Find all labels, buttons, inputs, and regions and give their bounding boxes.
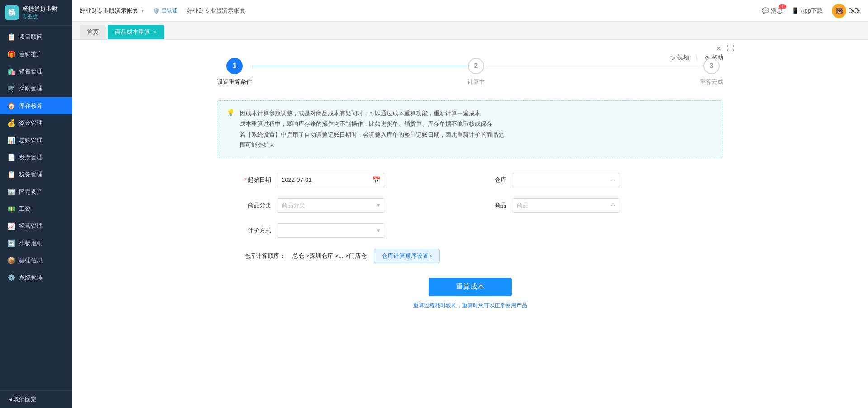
tabbar: 首页商品成本重算✕ xyxy=(72,22,868,40)
category-select[interactable]: 商品分类 ▾ xyxy=(277,198,385,213)
start-date-input[interactable]: 2022-07-01 📅 xyxy=(277,173,385,187)
warehouse-order-value: 总仓->深圳仓库->...->门店仓 xyxy=(292,252,367,260)
sidebar-item-xiangmu[interactable]: 📋项目顾问 xyxy=(0,28,72,46)
sidebar-item-label: 税务管理 xyxy=(19,171,42,179)
jichu-icon: 📦 xyxy=(7,256,15,265)
sidebar-item-label: 发票管理 xyxy=(19,153,42,161)
info-icon: 💡 xyxy=(226,109,235,117)
xiaochangbaoxiao-icon: 🔄 xyxy=(7,239,15,247)
goods-input[interactable]: 商品 ··· xyxy=(512,198,620,213)
form-row-1: *起始日期 2022-07-01 📅 仓库 ··· xyxy=(244,173,696,187)
topbar-actions: 💬 消息 1 📱 App下载 🐻 珠珠 xyxy=(762,4,861,18)
chevron-down-icon: ▾ xyxy=(377,202,380,209)
sidebar-item-xitong[interactable]: ⚙️系统管理 xyxy=(0,269,72,286)
submit-area: 重算成本 重算过程耗时较长，重算时您可以正常使用产品 xyxy=(217,278,723,309)
sidebar-item-yingxiao[interactable]: 🎁营销推广 xyxy=(0,46,72,63)
sidebar-item-jichu[interactable]: 📦基础信息 xyxy=(0,252,72,269)
gudingzichan-icon: 🏢 xyxy=(7,188,15,196)
step-3: 3重算完成 xyxy=(700,58,723,86)
sidebar-item-label: 小畅报销 xyxy=(19,239,42,247)
message-icon: 💬 xyxy=(762,7,769,14)
step-connector-1 xyxy=(252,66,467,66)
info-text: 因成本计算参数调整，或是对商品成本有疑问时，可以通过成本重算功能，重新计算一遍成… xyxy=(240,108,504,151)
tab-label-home: 首页 xyxy=(87,28,99,36)
category-placeholder: 商品分类 xyxy=(282,201,305,209)
yingxiao-icon: 🎁 xyxy=(7,50,15,58)
shuiwu-icon: 📋 xyxy=(7,171,15,179)
shield-icon: 🛡️ xyxy=(153,8,160,14)
sidebar-item-xiaoshou[interactable]: 🛍️销售管理 xyxy=(0,63,72,80)
sidebar-item-label: 固定资产 xyxy=(19,188,42,196)
app-download-label: App下载 xyxy=(801,7,823,15)
pricing-select[interactable]: ▾ xyxy=(277,223,385,238)
info-box: 💡 因成本计算参数调整，或是对商品成本有疑问时，可以通过成本重算功能，重新计算一… xyxy=(217,100,723,158)
sidebar-item-kucun[interactable]: 🏠库存核算 xyxy=(0,97,72,114)
app-download-button[interactable]: 📱 App下载 xyxy=(792,7,823,15)
sidebar-item-label: 工资 xyxy=(19,205,31,213)
sidebar-item-label: 采购管理 xyxy=(19,85,42,93)
xitong-icon: ⚙️ xyxy=(7,274,15,282)
sidebar-item-xiaochangbaoxiao[interactable]: 🔄小畅报销 xyxy=(0,235,72,252)
message-button[interactable]: 💬 消息 1 xyxy=(762,7,783,15)
sidebar-item-shuiwu[interactable]: 📋税务管理 xyxy=(0,166,72,183)
warehouse-label: 仓库 xyxy=(479,176,506,184)
username: 珠珠 xyxy=(849,7,861,15)
start-date-group: *起始日期 2022-07-01 📅 xyxy=(244,173,461,187)
xiangmu-icon: 📋 xyxy=(7,33,15,41)
step-2: 2计算中 xyxy=(467,58,485,86)
form-row-2: 商品分类 商品分类 ▾ 商品 商品 ··· xyxy=(244,198,696,213)
sidebar-item-caigou[interactable]: 🛒采购管理 xyxy=(0,80,72,97)
step-label-3: 重算完成 xyxy=(700,78,723,86)
fapiao-icon: 📄 xyxy=(7,153,15,161)
jingying-icon: 📈 xyxy=(7,222,15,230)
calendar-icon: 📅 xyxy=(373,176,380,184)
sidebar-item-fapiao[interactable]: 📄发票管理 xyxy=(0,149,72,166)
recalculate-button[interactable]: 重算成本 xyxy=(429,278,512,296)
expand-button[interactable]: ⛶ xyxy=(727,44,734,53)
warehouse-input[interactable]: ··· xyxy=(512,173,620,187)
user-menu[interactable]: 🐻 珠珠 xyxy=(832,4,861,18)
sidebar-item-zijin[interactable]: 💰资金管理 xyxy=(0,114,72,132)
category-label: 商品分类 xyxy=(244,201,271,209)
tab-close-recalc[interactable]: ✕ xyxy=(153,29,157,35)
tab-home[interactable]: 首页 xyxy=(80,25,106,39)
tab-recalc[interactable]: 商品成本重算✕ xyxy=(108,25,164,39)
close-button[interactable]: ✕ xyxy=(716,44,722,53)
chevron-down-icon: ▾ xyxy=(377,227,380,234)
account-selector[interactable]: 好业财专业版演示帐套 ▾ xyxy=(80,7,144,15)
sidebar-item-gudingzichan[interactable]: 🏢固定资产 xyxy=(0,183,72,200)
sidebar-footer[interactable]: ◄取消固定 xyxy=(0,390,72,408)
gongzi-icon: 💵 xyxy=(7,205,15,213)
sidebar-item-label: 系统管理 xyxy=(19,274,42,282)
goods-label: 商品 xyxy=(479,201,506,209)
goods-dots-icon: ··· xyxy=(610,202,615,209)
topbar: 好业财专业版演示帐套 ▾ 🛡️ 已认证 好业财专业版演示帐套 💬 消息 1 📱 … xyxy=(72,0,868,22)
dots-icon: ··· xyxy=(610,176,615,183)
sidebar-item-jingying[interactable]: 📈经营管理 xyxy=(0,218,72,235)
step-label-1: 设置重算条件 xyxy=(217,78,252,86)
zhanghu-icon: 📊 xyxy=(7,136,15,144)
chevron-down-icon: ▾ xyxy=(141,8,144,14)
submit-hint: 重算过程耗时较长，重算时您可以正常使用产品 xyxy=(413,302,527,309)
sidebar-header: 畅 畅捷通好业财 专业版 xyxy=(0,0,72,26)
sidebar-item-label: 库存核算 xyxy=(19,102,42,110)
sidebar-item-label: 资金管理 xyxy=(19,119,42,127)
phone-icon: 📱 xyxy=(792,7,799,14)
warehouse-group: 仓库 ··· xyxy=(479,173,696,187)
verified-badge: 🛡️ 已认证 xyxy=(153,7,178,14)
step-label-2: 计算中 xyxy=(467,78,485,86)
content-inner: ✕ ⛶ ▷ 视频 | ⊙ 帮助 1设置重算条件2计算中3重算完成 💡 xyxy=(199,40,741,323)
start-date-value: 2022-07-01 xyxy=(282,176,369,183)
step-circle-1: 1 xyxy=(226,58,243,74)
sidebar-item-zhanghu[interactable]: 📊总账管理 xyxy=(0,132,72,149)
sidebar-item-gongzi[interactable]: 💵工资 xyxy=(0,200,72,218)
window-controls: ✕ ⛶ xyxy=(716,44,734,53)
unpin-label: ◄取消固定 xyxy=(7,395,37,403)
content-area: ✕ ⛶ ▷ 视频 | ⊙ 帮助 1设置重算条件2计算中3重算完成 💡 xyxy=(72,40,868,408)
warehouse-order-label: 仓库计算顺序： xyxy=(244,252,285,260)
warehouse-order-btn[interactable]: 仓库计算顺序设置 › xyxy=(374,249,440,263)
sidebar: 畅 畅捷通好业财 专业版 📋项目顾问🎁营销推广🛍️销售管理🛒采购管理🏠库存核算💰… xyxy=(0,0,72,408)
sidebar-item-label: 经营管理 xyxy=(19,222,42,230)
warehouse-order-row: 仓库计算顺序： 总仓->深圳仓库->...->门店仓 仓库计算顺序设置 › xyxy=(217,249,723,263)
sidebar-item-label: 营销推广 xyxy=(19,50,42,58)
